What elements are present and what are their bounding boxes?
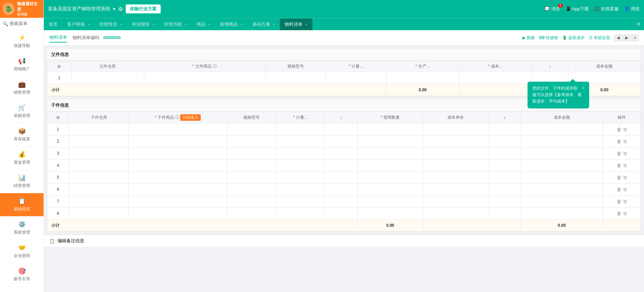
child-spec-8[interactable] bbox=[227, 208, 276, 220]
child-product-8[interactable] bbox=[129, 208, 227, 220]
parent-production-cell[interactable] bbox=[386, 72, 459, 84]
delete-btn-7[interactable]: 🗑 bbox=[617, 199, 621, 204]
tab-product[interactable]: 商品 × bbox=[192, 19, 215, 30]
child-unit-cost-4[interactable] bbox=[423, 160, 488, 172]
sidebar-item-marketing[interactable]: 📢 营销推广 bbox=[0, 53, 44, 77]
sidebar-item-finance[interactable]: 💰 资金管理 bbox=[0, 147, 44, 170]
tab-bom[interactable]: 物料清单 × bbox=[280, 19, 312, 30]
copy-btn-1[interactable]: ⧉ bbox=[623, 127, 627, 132]
delete-btn-5[interactable]: 🗑 bbox=[617, 175, 621, 180]
child-unit-cost-7[interactable] bbox=[423, 196, 488, 208]
sidebar-item-purchase[interactable]: 🛒 采购管理 bbox=[0, 100, 44, 123]
child-warehouse-7[interactable] bbox=[69, 196, 129, 208]
child-product-7[interactable] bbox=[129, 196, 227, 208]
child-qty-6[interactable] bbox=[358, 184, 423, 196]
child-qty-4[interactable] bbox=[358, 160, 423, 172]
app-download-button[interactable]: 📱 App下载 bbox=[566, 6, 589, 12]
child-warehouse-6[interactable] bbox=[69, 184, 129, 196]
sidebar-item-basic-info[interactable]: 📋 基础信息 bbox=[0, 193, 44, 217]
view-btn[interactable]: ▶ 视频 bbox=[522, 35, 535, 41]
child-spec-7[interactable] bbox=[227, 196, 276, 208]
child-product-2[interactable] bbox=[129, 136, 227, 148]
child-spec-5[interactable] bbox=[227, 172, 276, 184]
tab-bom-close[interactable]: × bbox=[305, 22, 307, 26]
copy-btn-8[interactable]: ⧉ bbox=[623, 211, 627, 217]
child-unit-cost-2[interactable] bbox=[423, 136, 488, 148]
tab-customer-close[interactable]: × bbox=[88, 22, 90, 26]
tab-barcode-close[interactable]: × bbox=[273, 22, 275, 26]
copy-btn-7[interactable]: ⧉ bbox=[623, 199, 627, 205]
tab-new-product-close[interactable]: × bbox=[240, 22, 243, 26]
sidebar-item-newbie[interactable]: 🎯 新手引导 bbox=[0, 263, 44, 287]
child-qty-8[interactable] bbox=[358, 208, 423, 220]
online-service-button[interactable]: 🎧 在线客服 bbox=[594, 6, 619, 12]
child-unit-7[interactable] bbox=[276, 196, 325, 208]
child-spec-6[interactable] bbox=[227, 184, 276, 196]
delete-btn-1[interactable]: 🗑 bbox=[617, 127, 621, 132]
child-unit-6[interactable] bbox=[276, 184, 325, 196]
sidebar-item-operation[interactable]: 📊 经营管理 bbox=[0, 170, 44, 193]
child-unit-cost-1[interactable] bbox=[423, 124, 488, 136]
child-unit-5[interactable] bbox=[276, 172, 325, 184]
user-avatar[interactable]: 👤 用友 bbox=[624, 6, 640, 12]
child-unit-2[interactable] bbox=[276, 136, 325, 148]
tab-profit[interactable]: 利润报告 × bbox=[127, 19, 159, 30]
tab-customer[interactable]: 客户联络 × bbox=[62, 19, 95, 30]
tab-operation-status[interactable]: 经营情况 × bbox=[95, 19, 127, 30]
tab-operation-status-close[interactable]: × bbox=[120, 22, 122, 26]
sidebar-item-inventory[interactable]: 📦 库存核算 bbox=[0, 123, 44, 147]
child-unit-cost-3[interactable] bbox=[423, 148, 488, 160]
copy-btn-4[interactable]: ⧉ bbox=[623, 163, 627, 168]
sidebar-item-enterprise[interactable]: 🤝 企业协同 bbox=[0, 240, 44, 263]
child-col-settings[interactable]: ⚙ bbox=[47, 112, 69, 124]
child-unit-cost-5[interactable] bbox=[423, 172, 488, 184]
parent-spec-cell[interactable] bbox=[265, 72, 326, 84]
prev-arrow[interactable]: ◀ bbox=[614, 34, 622, 41]
parent-col-settings[interactable]: ⚙ bbox=[47, 61, 72, 72]
sidebar-item-system[interactable]: ⚙️ 系统管理 bbox=[0, 217, 44, 240]
child-spec-2[interactable] bbox=[227, 136, 276, 148]
single-settings-btn[interactable]: ☰ 单据设置 bbox=[589, 35, 610, 41]
child-spec-3[interactable] bbox=[227, 148, 276, 160]
parent-warehouse-cell[interactable] bbox=[71, 72, 144, 84]
child-warehouse-3[interactable] bbox=[69, 148, 129, 160]
delete-btn-2[interactable]: 🗑 bbox=[617, 139, 621, 144]
child-product-1[interactable] bbox=[129, 124, 227, 136]
child-product-4[interactable] bbox=[129, 160, 227, 172]
child-product-6[interactable] bbox=[129, 184, 227, 196]
child-qty-3[interactable] bbox=[358, 148, 423, 160]
copy-btn-6[interactable]: ⧉ bbox=[623, 187, 627, 192]
next-arrow[interactable]: ▶ bbox=[623, 34, 631, 41]
child-unit-4[interactable] bbox=[276, 160, 325, 172]
child-qty-7[interactable] bbox=[358, 196, 423, 208]
child-unit-cost-6[interactable] bbox=[423, 184, 488, 196]
extract-cost-btn[interactable]: 💲 提取成本 bbox=[562, 35, 585, 41]
tab-home[interactable]: 首页 bbox=[44, 19, 62, 30]
child-spec-1[interactable] bbox=[227, 124, 276, 136]
copy-btn-2[interactable]: ⧉ bbox=[623, 139, 627, 144]
copy-btn-3[interactable]: ⧉ bbox=[623, 151, 627, 156]
child-warehouse-4[interactable] bbox=[69, 160, 129, 172]
delete-btn-4[interactable]: 🗑 bbox=[617, 163, 621, 168]
settings-icon[interactable]: ⚙ bbox=[118, 6, 123, 12]
child-product-5[interactable] bbox=[129, 172, 227, 184]
delete-btn-6[interactable]: 🗑 bbox=[617, 187, 621, 192]
list-view-btn[interactable]: ≡ bbox=[631, 34, 639, 41]
tab-profit-close[interactable]: × bbox=[152, 22, 154, 26]
child-qty-2[interactable] bbox=[358, 136, 423, 148]
child-unit-3[interactable] bbox=[276, 148, 325, 160]
child-warehouse-5[interactable] bbox=[69, 172, 129, 184]
tab-history[interactable]: 经营历程 × bbox=[159, 19, 191, 30]
tab-new-product[interactable]: 新增商品 × bbox=[215, 19, 247, 30]
sidebar-search[interactable]: 🔍 搜索菜单 bbox=[0, 18, 44, 30]
child-warehouse-1[interactable] bbox=[69, 124, 129, 136]
delete-btn-8[interactable]: 🗑 bbox=[617, 211, 621, 216]
child-qty-5[interactable] bbox=[358, 172, 423, 184]
sidebar-item-sales[interactable]: 💼 销售管理 bbox=[0, 77, 44, 100]
tab-product-close[interactable]: × bbox=[208, 22, 210, 26]
copy-btn-5[interactable]: ⧉ bbox=[623, 175, 627, 180]
child-unit-8[interactable] bbox=[276, 208, 325, 220]
trial-btn[interactable]: 体验行业方案 bbox=[126, 4, 161, 13]
sidebar-item-quick-nav[interactable]: ⚡ 快捷导航 bbox=[0, 30, 44, 53]
child-warehouse-2[interactable] bbox=[69, 136, 129, 148]
